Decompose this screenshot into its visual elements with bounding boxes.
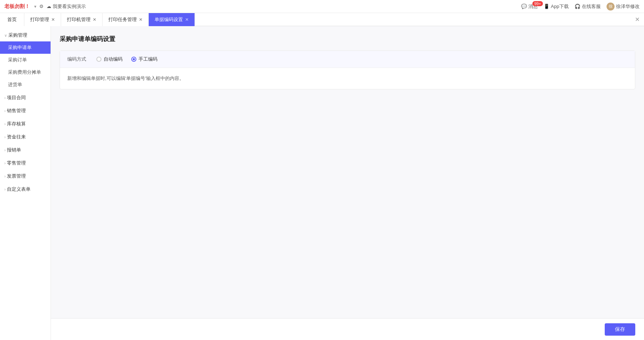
save-button[interactable]: 保存 xyxy=(605,323,635,336)
sidebar-group-contract: › 项目合同 xyxy=(0,92,51,104)
sidebar-group-title-contract[interactable]: › 项目合同 xyxy=(0,92,51,104)
sidebar-item-stock-in[interactable]: 进货单 xyxy=(0,78,51,91)
manual-code-radio[interactable] xyxy=(131,57,136,62)
sidebar-group-inventory: › 库存核算 xyxy=(0,118,51,130)
chevron-icon: › xyxy=(4,174,5,178)
avatar: 徐 xyxy=(607,3,615,11)
tab-bar: 首页 打印管理 ✕ 打印机管理 ✕ 打印任务管理 ✕ 单据编码设置 ✕ ✕ xyxy=(0,13,644,26)
chevron-icon: › xyxy=(4,161,5,165)
hint-text: 新增和编辑单据时,可以编辑'单据编号'输入框中的内容。 xyxy=(60,68,635,89)
message-button[interactable]: 💬 消息 99+ xyxy=(521,3,538,10)
settings-icon[interactable]: ⚙ xyxy=(39,4,44,9)
sidebar-group-purchase: 采购管理 采购申请单 采购订单 采购费用分摊单 进货单 xyxy=(0,29,51,91)
chevron-icon: › xyxy=(4,187,5,191)
chevron-icon: › xyxy=(4,122,5,126)
sidebar-item-purchase-expense[interactable]: 采购费用分摊单 xyxy=(0,66,51,78)
tab-print-mgmt[interactable]: 打印管理 ✕ xyxy=(24,13,61,26)
auto-code-radio[interactable] xyxy=(96,57,101,62)
content-area: 采购申请单编码设置 编码方式 自动编码 手工编码 xyxy=(51,26,644,340)
close-icon[interactable]: ✕ xyxy=(139,17,143,22)
sidebar-group-custom-form: › 自定义表单 xyxy=(0,183,51,195)
tab-printer-mgmt[interactable]: 打印机管理 ✕ xyxy=(61,13,103,26)
sidebar-group-title-sales[interactable]: › 销售管理 xyxy=(0,105,51,117)
chevron-icon: › xyxy=(4,135,5,139)
sidebar-group-title-funds[interactable]: › 资金往来 xyxy=(0,131,51,143)
message-badge: 99+ xyxy=(532,1,543,6)
sidebar-group-title-custom-form[interactable]: › 自定义表单 xyxy=(0,183,51,195)
tab-home[interactable]: 首页 xyxy=(0,13,24,26)
chevron-icon xyxy=(4,33,7,37)
sidebar-item-purchase-request[interactable]: 采购申请单 xyxy=(0,41,51,54)
app-icon: 📱 xyxy=(544,4,549,9)
sidebar-group-sales: › 销售管理 xyxy=(0,105,51,117)
encoding-setting-row: 编码方式 自动编码 手工编码 xyxy=(60,51,635,68)
tab-barcode-setting[interactable]: 单据编码设置 ✕ xyxy=(149,13,195,26)
sidebar-group-funds: › 资金往来 xyxy=(0,131,51,143)
chevron-icon: › xyxy=(4,109,5,113)
sidebar-group-title-invoice[interactable]: › 发票管理 xyxy=(0,170,51,182)
cloud-icon: ☁ xyxy=(47,4,51,9)
page-title: 采购申请单编码设置 xyxy=(60,35,635,43)
manual-code-option[interactable]: 手工编码 xyxy=(131,56,157,62)
user-menu-button[interactable]: 徐 徐泽华修改 xyxy=(607,3,640,11)
sidebar-group-retail: › 零售管理 xyxy=(0,157,51,169)
sidebar-group-title-retail[interactable]: › 零售管理 xyxy=(0,157,51,169)
sidebar: 采购管理 采购申请单 采购订单 采购费用分摊单 进货单 › 项目合同 › xyxy=(0,26,51,340)
content-body: 采购申请单编码设置 编码方式 自动编码 手工编码 xyxy=(51,26,644,318)
online-service-button[interactable]: 🎧 在线客服 xyxy=(575,3,601,10)
tab-bar-close-button[interactable]: ✕ xyxy=(631,16,644,23)
top-bar-right: 💬 消息 99+ 📱 App下载 🎧 在线客服 徐 徐泽华修改 xyxy=(521,3,640,11)
top-bar: 老板勿割！ ▾ ⚙ ☁ 我要看实例演示 💬 消息 99+ 📱 App下载 🎧 在… xyxy=(0,0,644,13)
sidebar-group-title-purchase[interactable]: 采购管理 xyxy=(0,29,51,41)
chevron-icon: › xyxy=(4,96,5,100)
message-icon: 💬 xyxy=(521,4,527,9)
demo-link[interactable]: ☁ 我要看实例演示 xyxy=(47,3,86,10)
sidebar-group-title-returns[interactable]: › 报销单 xyxy=(0,144,51,156)
app-download-button[interactable]: 📱 App下载 xyxy=(544,3,569,10)
close-icon[interactable]: ✕ xyxy=(185,17,189,22)
close-icon[interactable]: ✕ xyxy=(93,17,96,22)
close-icon[interactable]: ✕ xyxy=(51,17,55,22)
auto-code-option[interactable]: 自动编码 xyxy=(96,56,123,62)
top-bar-left: 老板勿割！ ▾ ⚙ ☁ 我要看实例演示 xyxy=(4,3,86,10)
logo-text: 老板勿割！ xyxy=(4,3,30,10)
headset-icon: 🎧 xyxy=(575,4,580,9)
encoding-label: 编码方式 xyxy=(67,56,96,62)
radio-group: 自动编码 手工编码 xyxy=(96,56,157,62)
sidebar-item-purchase-order[interactable]: 采购订单 xyxy=(0,54,51,66)
dropdown-icon[interactable]: ▾ xyxy=(34,4,36,9)
chevron-icon: › xyxy=(4,148,5,152)
sidebar-group-returns: › 报销单 xyxy=(0,144,51,156)
main-layout: 采购管理 采购申请单 采购订单 采购费用分摊单 进货单 › 项目合同 › xyxy=(0,26,644,340)
setting-section: 编码方式 自动编码 手工编码 新增和编辑单据时,可以编辑'单据编号'输入框中的内… xyxy=(60,50,635,89)
sidebar-group-title-inventory[interactable]: › 库存核算 xyxy=(0,118,51,130)
content-footer: 保存 xyxy=(51,318,644,340)
sidebar-group-invoice: › 发票管理 xyxy=(0,170,51,182)
tab-print-task[interactable]: 打印任务管理 ✕ xyxy=(103,13,149,26)
